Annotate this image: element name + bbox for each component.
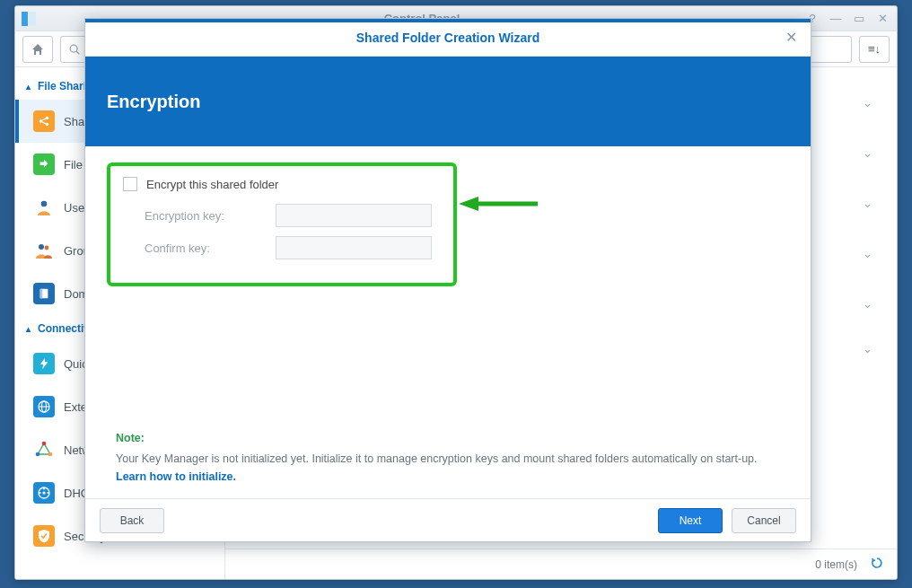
share-icon <box>33 110 55 132</box>
search-icon <box>68 43 81 56</box>
svg-point-20 <box>39 492 40 494</box>
wizard-modal: Shared Folder Creation Wizard ✕ Encrypti… <box>84 18 811 542</box>
encrypt-checkbox-label: Encrypt this shared folder <box>146 178 278 191</box>
chevron-down-icon[interactable]: ⌄ <box>854 189 881 216</box>
svg-point-21 <box>47 492 48 494</box>
home-icon <box>31 42 45 57</box>
chevron-down-icon[interactable]: ⌄ <box>854 290 881 317</box>
modal-titlebar: Shared Folder Creation Wizard ✕ <box>85 19 811 57</box>
chevron-down-icon[interactable]: ⌄ <box>854 139 881 166</box>
encrypt-checkbox-row[interactable]: Encrypt this shared folder <box>123 177 441 191</box>
sort-button[interactable]: ≡↓ <box>859 36 890 63</box>
confirm-key-input[interactable] <box>276 236 432 259</box>
cancel-button[interactable]: Cancel <box>732 508 796 533</box>
modal-region: Shared Folder Creation Wizard ✕ Encrypti… <box>0 0 912 588</box>
dhcp-icon <box>33 482 55 504</box>
note-body: Your Key Manager is not initialized yet.… <box>116 452 758 465</box>
svg-point-8 <box>39 244 44 250</box>
svg-rect-11 <box>40 289 43 299</box>
home-button[interactable] <box>22 36 53 63</box>
refresh-button[interactable] <box>870 556 884 573</box>
shield-icon <box>33 525 55 547</box>
modal-banner-title: Encryption <box>107 92 200 112</box>
note-block: Note: Your Key Manager is not initialize… <box>116 430 789 486</box>
svg-point-2 <box>70 45 77 52</box>
encryption-key-input[interactable] <box>276 204 432 227</box>
chevron-up-icon: ▴ <box>26 324 31 334</box>
confirm-key-label: Confirm key: <box>145 241 261 255</box>
svg-point-9 <box>45 246 49 250</box>
annotation-arrow-icon <box>459 195 539 213</box>
minimize-icon[interactable]: — <box>825 11 846 27</box>
refresh-icon <box>870 556 884 570</box>
modal-banner: Encryption <box>85 57 811 146</box>
note-heading: Note: <box>116 430 789 447</box>
back-button[interactable]: Back <box>100 508 164 533</box>
svg-marker-24 <box>459 197 478 211</box>
book-icon <box>33 283 55 304</box>
confirm-key-row: Confirm key: <box>145 236 441 259</box>
file-transfer-icon <box>33 154 55 175</box>
app-icon <box>15 6 42 31</box>
chevron-down-icon[interactable]: ⌄ <box>854 240 881 267</box>
checkbox-icon[interactable] <box>123 177 137 191</box>
svg-rect-0 <box>22 12 28 26</box>
items-count: 0 item(s) <box>815 558 857 571</box>
user-icon <box>33 197 55 218</box>
svg-point-19 <box>42 491 45 494</box>
encryption-key-row: Encryption key: <box>145 204 441 227</box>
status-bar: 0 item(s) <box>225 549 897 579</box>
svg-point-7 <box>41 201 48 207</box>
svg-line-3 <box>76 51 79 54</box>
modal-body: Encrypt this shared folder Encryption ke… <box>85 146 811 498</box>
svg-point-5 <box>46 117 49 120</box>
svg-point-15 <box>42 442 47 446</box>
bolt-icon <box>33 353 55 374</box>
encryption-key-label: Encryption key: <box>145 209 261 223</box>
modal-footer: Back Next Cancel <box>85 498 811 541</box>
network-icon <box>33 439 55 461</box>
sort-icon: ≡↓ <box>868 42 881 56</box>
chevron-down-icon[interactable]: ⌄ <box>854 89 881 116</box>
globe-icon <box>33 396 55 417</box>
chevron-up-icon: ▴ <box>26 82 31 92</box>
svg-point-16 <box>36 452 40 457</box>
group-icon <box>33 240 55 261</box>
svg-point-22 <box>43 487 45 489</box>
svg-rect-1 <box>29 12 36 26</box>
chevron-down-icon[interactable]: ⌄ <box>854 335 881 362</box>
svg-point-6 <box>46 123 49 127</box>
modal-title: Shared Folder Creation Wizard <box>356 31 539 45</box>
modal-close-button[interactable]: ✕ <box>780 26 802 48</box>
next-button[interactable]: Next <box>658 508 723 533</box>
encryption-highlight-box: Encrypt this shared folder Encryption ke… <box>107 162 457 286</box>
close-icon[interactable]: ✕ <box>872 11 893 27</box>
learn-link[interactable]: Learn how to initialize. <box>116 470 236 483</box>
svg-point-17 <box>48 452 53 457</box>
maximize-icon[interactable]: ▭ <box>848 11 870 27</box>
